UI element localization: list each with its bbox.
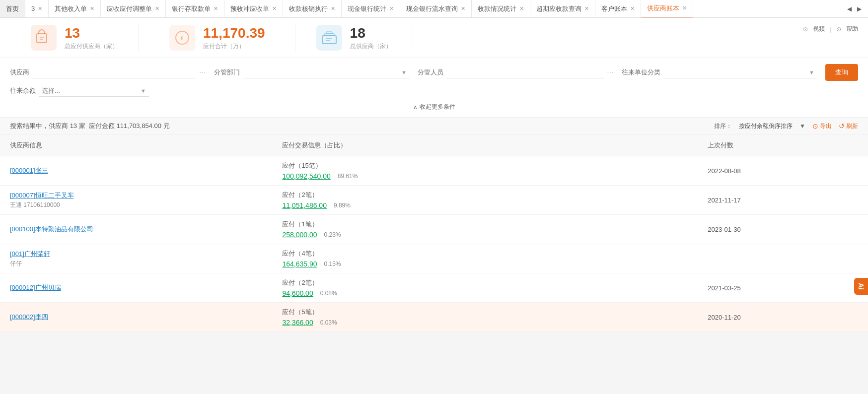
tx-amount[interactable]: 94,600.00 [282, 289, 313, 297]
tx-amount[interactable]: 32,366.00 [282, 319, 313, 327]
supplier-filter-input[interactable] [32, 66, 196, 78]
person-filter-dots[interactable]: ··· [607, 68, 613, 77]
supplier-link[interactable]: [000100]本特勤油品有限公司 [10, 225, 93, 233]
supplier-link[interactable]: [000007]恒旺二手叉车 [10, 192, 74, 199]
nav-arrow-right[interactable]: ▶ [854, 4, 864, 14]
person-filter-label: 分管人员 [418, 68, 443, 77]
tab-cash-bank-stats[interactable]: 现金银行统计 ✕ [342, 0, 400, 18]
filter-row-2: 往来余额 ▼ [10, 85, 858, 97]
balance-filter-input[interactable] [42, 87, 139, 94]
tx-percent: 0.08% [320, 290, 337, 297]
payable-total-number: 11,170.39 [203, 25, 265, 42]
balance-filter-arrow[interactable]: ▼ [141, 88, 146, 94]
tab-collection-stats[interactable]: 收款情况统计 ✕ [472, 0, 530, 18]
svg-rect-7 [326, 32, 332, 34]
help-link[interactable]: 帮助 [846, 25, 858, 33]
payable-total-icon: ¥ [168, 24, 196, 52]
tab-bank-deposit-close[interactable]: ✕ [214, 5, 218, 12]
last-pay-date: 2022-08-08 [708, 167, 741, 175]
tab-supplier-book[interactable]: 供应商账本 ✕ [641, 0, 693, 18]
dept-filter-arrow[interactable]: ▼ [401, 69, 407, 75]
summary-card-total-suppliers: 18 总供应商（家） [295, 24, 412, 52]
tx-label: 应付（4笔） [282, 249, 688, 258]
tab-cash-flow-close[interactable]: ✕ [461, 5, 465, 12]
dept-filter-label: 分管部门 [214, 68, 240, 77]
sort-label: 排序： [714, 122, 732, 131]
result-info: 搜索结果中，供应商 13 家 应付金额 111,703,854.00 元 [10, 122, 170, 131]
refresh-button[interactable]: ↺ 刷新 [839, 122, 858, 131]
balance-filter-select[interactable]: ▼ [39, 85, 149, 97]
tab-collection[interactable]: 收款核销执行 ✕ [283, 0, 342, 18]
tx-amount[interactable]: 258,000.00 [282, 231, 317, 239]
tab-collection-label: 收款核销执行 [289, 4, 328, 13]
tab-overdue-close[interactable]: ✕ [584, 5, 589, 12]
summary-card-payable-total: ¥ 11,170.39 应付合计（万） [139, 24, 295, 52]
tab-3-close[interactable]: ✕ [38, 5, 42, 12]
dept-filter-input[interactable] [246, 68, 400, 76]
tx-percent: 89.61% [338, 173, 358, 180]
tab-ar-ap-adjust-close[interactable]: ✕ [155, 5, 159, 12]
tab-collection-close[interactable]: ✕ [331, 5, 335, 12]
tab-home[interactable]: 首页 [0, 0, 25, 18]
svg-text:¥: ¥ [180, 34, 183, 41]
tab-other-income-close[interactable]: ✕ [90, 5, 94, 12]
person-filter-input[interactable] [446, 66, 604, 78]
supplier-link[interactable]: [001]广州荣轩 [10, 250, 50, 258]
tab-ar-ap-adjust[interactable]: 应收应付调整单 ✕ [101, 0, 166, 18]
supplier-link[interactable]: [000001]张三 [10, 167, 48, 174]
tx-label: 应付（15笔） [282, 161, 688, 170]
tab-supplier-book-close[interactable]: ✕ [682, 5, 687, 11]
tx-amount[interactable]: 164,635.90 [282, 260, 317, 268]
export-icon: ⊙ [812, 122, 818, 130]
category-filter-select[interactable]: ▼ [663, 66, 818, 78]
tab-overdue[interactable]: 超期应收款查询 ✕ [530, 0, 595, 18]
export-button[interactable]: ⊙ 导出 [812, 122, 832, 131]
query-button[interactable]: 查询 [825, 64, 858, 81]
category-filter-input[interactable] [666, 68, 807, 76]
tab-customer-book-close[interactable]: ✕ [630, 5, 635, 12]
nav-arrow-left[interactable]: ◀ [844, 4, 854, 14]
tx-amount[interactable]: 11,051,486.00 [282, 201, 327, 209]
table-row: [000001]张三应付（15笔）100,092,540.0089.61%202… [0, 156, 868, 186]
tx-amount[interactable]: 100,092,540.00 [282, 172, 330, 180]
tx-label: 应付（5笔） [282, 308, 688, 317]
tab-cash-flow[interactable]: 现金银行流水查询 ✕ [400, 0, 472, 18]
supplier-link[interactable]: [000002]李四 [10, 313, 48, 321]
tab-cash-bank-stats-close[interactable]: ✕ [389, 5, 394, 12]
category-filter-arrow[interactable]: ▼ [809, 69, 814, 75]
collapse-button[interactable]: ∧ 收起更多条件 [413, 101, 455, 113]
tab-customer-book[interactable]: 客户账本 ✕ [595, 0, 641, 18]
sort-arrow[interactable]: ▼ [799, 123, 805, 130]
tab-prepay-close[interactable]: ✕ [272, 5, 277, 12]
supplier-filter-dots[interactable]: ··· [199, 68, 206, 77]
total-suppliers-number: 18 [350, 25, 392, 42]
tab-cash-flow-label: 现金银行流水查询 [406, 4, 458, 13]
tx-label: 应付（1笔） [282, 220, 688, 229]
summary-text-total-suppliers: 18 总供应商（家） [350, 25, 392, 51]
tab-cash-bank-stats-label: 现金银行统计 [348, 4, 386, 13]
last-pay-date: 2021-11-17 [708, 197, 741, 204]
tab-3[interactable]: 3 ✕ [25, 0, 49, 18]
video-link[interactable]: 视频 [813, 25, 825, 33]
tab-bank-deposit-label: 银行存取款单 [172, 4, 211, 13]
th-transaction-info: 应付交易信息（占比） [272, 135, 698, 156]
video-icon: ⊙ [803, 26, 808, 33]
filter-area: 供应商 ··· 分管部门 ▼ 分管人员 ··· 往来单位分类 ▼ 查询 往来 [0, 58, 868, 118]
supplier-filter-label: 供应商 [10, 68, 29, 77]
tx-label: 应付（2笔） [282, 278, 688, 287]
sort-value[interactable]: 按应付余额倒序排序 [739, 122, 793, 131]
filter-supplier: 供应商 ··· [10, 66, 206, 78]
result-prefix: 搜索结果中，供应商 [10, 122, 68, 130]
tab-prepay[interactable]: 预收冲应收单 ✕ [224, 0, 283, 18]
tab-bank-deposit[interactable]: 银行存取款单 ✕ [166, 0, 224, 18]
tab-other-income-label: 其他收入单 [55, 4, 87, 13]
ai-button[interactable]: Ai [854, 278, 868, 295]
tab-other-income[interactable]: 其他收入单 ✕ [49, 0, 101, 18]
summary-text-payable-suppliers: 13 总应付供应商（家） [65, 25, 118, 51]
balance-filter-label: 往来余额 [10, 86, 36, 95]
dept-filter-select[interactable]: ▼ [243, 66, 410, 78]
supplier-link[interactable]: [000012]广州贝瑞 [10, 284, 61, 291]
supplier-sub-info: 仔仔 [10, 260, 262, 268]
tab-collection-stats-close[interactable]: ✕ [519, 5, 524, 12]
result-bar: 搜索结果中，供应商 13 家 应付金额 111,703,854.00 元 排序：… [0, 118, 868, 135]
